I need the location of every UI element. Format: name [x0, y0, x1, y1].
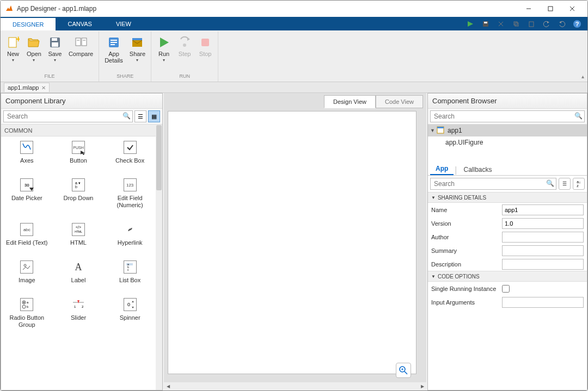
sort-button[interactable]: a↓z [573, 178, 585, 190]
browser-search-input[interactable] [430, 110, 585, 122]
prop-summary-input[interactable] [502, 245, 584, 256]
cut-button[interactable] [495, 18, 507, 29]
component-search-input[interactable] [3, 110, 133, 122]
prop-sri-checkbox[interactable] [502, 285, 510, 293]
tab-designer[interactable]: DESIGNER [1, 17, 56, 30]
open-button[interactable]: Open▾ [23, 33, 45, 73]
search-icon[interactable]: 🔍 [574, 112, 583, 120]
search-icon[interactable]: 🔍 [122, 112, 131, 120]
share-button[interactable]: Share▾ [126, 33, 149, 73]
ui-figure-canvas[interactable] [168, 111, 416, 374]
scroll-left-icon[interactable]: ◀ [164, 382, 172, 390]
prop-name-input[interactable] [502, 204, 584, 215]
component-hyperlink[interactable]: Hyperlink [108, 223, 152, 246]
prop-version-input[interactable] [502, 218, 584, 229]
prop-inputargs-input[interactable] [502, 297, 584, 308]
tab-canvas[interactable]: CANVAS [56, 17, 103, 30]
component-datepicker[interactable]: 30Date Picker [5, 178, 48, 209]
section-sharing-details[interactable]: ▼SHARING DETAILS [428, 192, 587, 203]
svg-point-46 [22, 305, 26, 308]
prop-author-input[interactable] [502, 232, 584, 243]
compare-button[interactable]: Compare [65, 33, 96, 73]
section-code-options[interactable]: ▼CODE OPTIONS [428, 271, 587, 282]
document-tab[interactable]: app1.mlapp ✕ [4, 83, 50, 92]
save-button[interactable]: Save▾ [45, 33, 65, 73]
open-icon [27, 36, 40, 49]
app-node-icon [437, 126, 445, 135]
component-slider[interactable]: 12Slider [57, 298, 100, 328]
svg-rect-20 [82, 38, 87, 46]
component-library-scrollbar[interactable] [156, 125, 162, 390]
svg-marker-11 [559, 21, 561, 23]
component-editfield-numeric[interactable]: 123Edit Field (Numeric) [108, 178, 152, 209]
collapse-toolstrip-icon[interactable]: ▴ [581, 73, 584, 79]
grid-view-button[interactable]: ▦ [148, 110, 160, 122]
inspector-tab-callbacks[interactable]: Callbacks [458, 164, 497, 175]
component-radiobutton-group[interactable]: abRadio Button Group [5, 298, 48, 328]
component-spinner[interactable]: 0Spinner [108, 298, 152, 328]
maximize-button[interactable] [540, 1, 561, 16]
inspector-tab-app[interactable]: App [430, 163, 454, 175]
copy-button[interactable] [510, 18, 522, 29]
expand-icon[interactable]: ▼ [430, 128, 437, 133]
component-dropdown[interactable]: a ▾bDrop Down [57, 178, 100, 209]
svg-point-38 [24, 264, 26, 266]
redo-button[interactable] [556, 18, 568, 29]
inspector-search-input[interactable] [430, 178, 556, 190]
app-details-button[interactable]: App Details [101, 33, 126, 73]
compare-icon [75, 36, 88, 49]
scroll-right-icon[interactable]: ▶ [418, 382, 426, 390]
minimize-button[interactable] [518, 1, 540, 16]
undo-button[interactable] [541, 18, 553, 29]
run-button[interactable]: Run▾ [154, 33, 174, 73]
svg-rect-8 [515, 23, 518, 26]
canvas-scrollbar-h[interactable]: ◀ ▶ [164, 382, 426, 390]
component-image[interactable]: Image [5, 260, 48, 284]
prop-description-input[interactable] [502, 259, 584, 270]
svg-text:a ▾: a ▾ [75, 181, 81, 185]
svg-rect-14 [9, 38, 16, 47]
help-button[interactable]: ? [571, 18, 583, 29]
zoom-button[interactable] [396, 363, 411, 378]
categorize-button[interactable]: ☰ [559, 178, 571, 190]
axes-icon [20, 141, 33, 154]
component-editfield-text[interactable]: abcEdit Field (Text) [5, 223, 48, 246]
title-bar: App Designer - app1.mlapp [1, 1, 587, 17]
matlab-logo-icon [5, 4, 14, 13]
svg-marker-54 [132, 307, 134, 308]
tree-node-uifigure[interactable]: app.UIFigure [428, 136, 587, 148]
save-icon [48, 36, 62, 49]
hyperlink-icon [124, 223, 137, 236]
tab-view[interactable]: VIEW [104, 17, 143, 30]
component-label[interactable]: ALabel [57, 260, 100, 284]
step-button[interactable]: Step [174, 33, 195, 73]
svg-marker-10 [547, 21, 549, 23]
svg-rect-32 [201, 39, 209, 46]
svg-text:2: 2 [82, 305, 84, 308]
design-view-tab[interactable]: Design View [324, 95, 376, 108]
component-axes[interactable]: Axes [5, 141, 48, 164]
close-button[interactable] [561, 1, 583, 16]
component-checkbox[interactable]: Check Box [108, 141, 152, 164]
svg-text:b: b [75, 185, 77, 189]
svg-line-56 [405, 371, 407, 374]
paste-button[interactable] [525, 18, 537, 29]
svg-text:b: b [27, 305, 29, 308]
component-browser-panel: Component Browser 🔍 ▼ app1 app.UIFigure … [427, 93, 587, 390]
close-document-icon[interactable]: ✕ [41, 85, 46, 91]
list-view-button[interactable]: ☰ [134, 110, 146, 122]
component-button[interactable]: PUSHButton [57, 141, 100, 164]
component-listbox[interactable]: abcList Box [108, 260, 152, 284]
code-view-tab[interactable]: Code View [376, 95, 423, 108]
prop-name-label: Name [431, 207, 502, 213]
run-quick-button[interactable] [464, 18, 476, 29]
svg-text:+: + [16, 36, 20, 44]
save-quick-button[interactable] [480, 18, 492, 29]
button-icon: PUSH [72, 141, 85, 154]
tree-node-app[interactable]: ▼ app1 [428, 125, 587, 136]
new-button[interactable]: + New▾ [3, 33, 23, 73]
svg-rect-18 [52, 42, 58, 47]
search-icon[interactable]: 🔍 [546, 179, 554, 187]
stop-button[interactable]: Stop [195, 33, 216, 73]
component-html[interactable]: </>HTMLHTML [57, 223, 100, 246]
